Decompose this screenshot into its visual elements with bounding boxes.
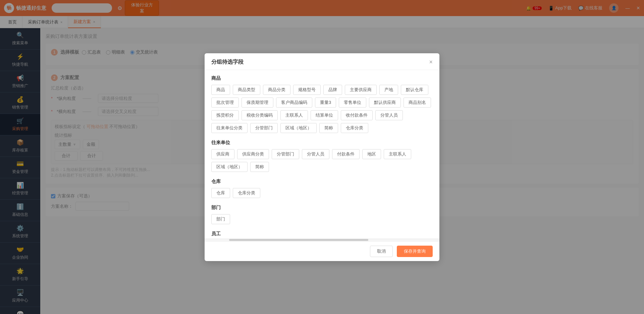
tag-product-alias[interactable]: 商品别名 xyxy=(404,98,431,108)
tag-main-contact2[interactable]: 主联系人 xyxy=(384,149,411,159)
section-department: 部门 部门 xyxy=(211,205,433,224)
tag-spec-model[interactable]: 规格型号 xyxy=(293,85,321,95)
tag-main-contact[interactable]: 主联系人 xyxy=(280,110,308,120)
tag-region[interactable]: 区域（地区） xyxy=(280,123,317,133)
tag-product[interactable]: 商品 xyxy=(211,85,230,95)
cancel-button[interactable]: 取消 xyxy=(370,246,393,257)
dialog-close-icon[interactable]: × xyxy=(429,59,433,66)
tag-shelf-life[interactable]: 保质期管理 xyxy=(241,98,273,108)
section-employee-title: 员工 xyxy=(211,231,433,237)
tag-default-warehouse[interactable]: 默认仓库 xyxy=(401,85,428,95)
department-tags: 部门 xyxy=(211,214,433,224)
section-partner: 往来单位 供应商 供应商分类 分管部门 分管人员 付款条件 地区 主联系人 区域… xyxy=(211,140,433,172)
section-partner-title: 往来单位 xyxy=(211,140,433,146)
section-product-title: 商品 xyxy=(211,75,433,81)
dialog: 分组待选字段 × 商品 商品 商品类型 商品分类 规格型号 品牌 主要供应商 产… xyxy=(205,53,439,261)
section-product: 商品 商品 商品类型 商品分类 规格型号 品牌 主要供应商 产地 默认仓库 批次… xyxy=(211,75,433,133)
tag-supervisor2[interactable]: 分管人员 xyxy=(302,149,329,159)
tag-warehouse[interactable]: 仓库 xyxy=(211,188,230,198)
tag-region3[interactable]: 区域（地区） xyxy=(211,162,248,172)
tag-supplier[interactable]: 供应商 xyxy=(211,149,234,159)
section-warehouse-title: 仓库 xyxy=(211,179,433,185)
tag-tax-code[interactable]: 税收分类编码 xyxy=(241,110,278,120)
tag-weight3[interactable]: 重量3 xyxy=(315,98,336,108)
section-department-title: 部门 xyxy=(211,205,433,211)
tag-retail-unit[interactable]: 零售单位 xyxy=(339,98,366,108)
dialog-header: 分组待选字段 × xyxy=(205,53,439,70)
tag-warehouse-cat[interactable]: 仓库分类 xyxy=(233,188,260,198)
tag-department[interactable]: 部门 xyxy=(211,214,230,224)
tag-payment-terms[interactable]: 收付款条件 xyxy=(341,110,373,120)
dialog-title: 分组待选字段 xyxy=(211,59,244,66)
tag-product-type[interactable]: 商品类型 xyxy=(233,85,260,95)
dialog-footer: 取消 保存并查询 xyxy=(205,241,439,261)
tag-main-supplier[interactable]: 主要供应商 xyxy=(345,85,377,95)
warehouse-tags: 仓库 仓库分类 xyxy=(211,188,433,198)
tag-pick-points[interactable]: 拣货积分 xyxy=(211,110,239,120)
product-tags: 商品 商品类型 商品分类 规格型号 品牌 主要供应商 产地 默认仓库 批次管理 … xyxy=(211,85,433,133)
section-employee: 员工 业务员 xyxy=(211,231,433,239)
tag-default-supplier[interactable]: 默认供应商 xyxy=(369,98,401,108)
tag-partner-category[interactable]: 往来单位分类 xyxy=(211,123,248,133)
tag-batch-mgmt[interactable]: 批次管理 xyxy=(211,98,239,108)
tag-region2[interactable]: 地区 xyxy=(362,149,381,159)
tag-product-category[interactable]: 商品分类 xyxy=(263,85,290,95)
tag-origin[interactable]: 产地 xyxy=(379,85,398,95)
tag-supplier-category[interactable]: 供应商分类 xyxy=(237,149,269,159)
save-query-button[interactable]: 保存并查询 xyxy=(397,246,433,257)
tag-mgmt-dept[interactable]: 分管部门 xyxy=(250,123,278,133)
modal-overlay: 分组待选字段 × 商品 商品 商品类型 商品分类 规格型号 品牌 主要供应商 产… xyxy=(0,0,644,314)
tag-brand[interactable]: 品牌 xyxy=(323,85,342,95)
dialog-hscroll[interactable] xyxy=(205,239,439,241)
partner-tags: 供应商 供应商分类 分管部门 分管人员 付款条件 地区 主联系人 区域（地区） … xyxy=(211,149,433,172)
tag-settlement-unit[interactable]: 结算单位 xyxy=(311,110,338,120)
section-warehouse: 仓库 仓库 仓库分类 xyxy=(211,179,433,198)
dialog-body[interactable]: 商品 商品 商品类型 商品分类 规格型号 品牌 主要供应商 产地 默认仓库 批次… xyxy=(205,70,439,239)
tag-customer-code[interactable]: 客户商品编码 xyxy=(276,98,312,108)
hscroll-thumb xyxy=(229,239,368,241)
tag-supervisor[interactable]: 分管人员 xyxy=(375,110,403,120)
tag-payment-terms2[interactable]: 付款条件 xyxy=(332,149,360,159)
tag-short-name[interactable]: 简称 xyxy=(319,123,338,133)
tag-short-name2[interactable]: 简称 xyxy=(250,162,269,172)
tag-mgmt-dept2[interactable]: 分管部门 xyxy=(272,149,299,159)
tag-warehouse-category[interactable]: 仓库分类 xyxy=(341,123,368,133)
